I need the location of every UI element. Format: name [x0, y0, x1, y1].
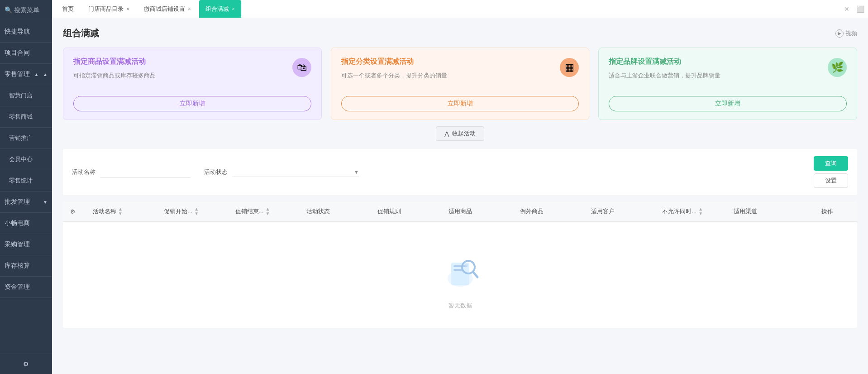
empty-text: 暂无数据 — [63, 302, 857, 310]
th-label-promo-rules: 促销规则 — [377, 207, 401, 216]
activity-name-label: 活动名称 — [72, 168, 95, 176]
th-promo-rules: 促销规则 — [377, 207, 448, 216]
collapse-button[interactable]: ⋀ 收起活动 — [436, 126, 484, 141]
th-label-applicable-channel: 适用渠道 — [734, 207, 757, 216]
sidebar-item-retail-mgmt[interactable]: 零售管理▲ — [0, 64, 52, 85]
th-promo-end[interactable]: 促销结束...▲▼ — [235, 207, 306, 216]
card-desc-specify-category: 可选一个或者多个分类，提升分类的销量 — [341, 71, 579, 89]
sidebar-item-purchase-mgmt[interactable]: 采购管理 — [0, 234, 52, 255]
activity-cards: 🛍指定商品设置满减活动可指定滞销商品或库存较多商品立即新增▦指定分类设置满减活动… — [63, 48, 857, 120]
card-desc-specify-brand: 适合与上游企业联合做营销，提升品牌销量 — [609, 71, 847, 89]
maximize-window-icon[interactable]: ⬜ — [857, 5, 864, 13]
query-button[interactable]: 查询 — [814, 156, 848, 171]
tab-close-combo-discount[interactable]: × — [232, 6, 235, 12]
th-applicable-customers: 适用客户 — [591, 207, 662, 216]
content-area: 组合满减 ▶ 视频 🛍指定商品设置满减活动可指定滞销商品或库存较多商品立即新增▦… — [52, 18, 868, 374]
th-applicable-goods: 适用商品 — [448, 207, 520, 216]
sidebar-item-member-center[interactable]: 会员中心 — [0, 149, 52, 170]
card-icon-specify-goods: 🛍 — [292, 58, 311, 77]
sidebar-settings[interactable]: ⚙ — [0, 354, 52, 374]
sidebar-item-retail-mall[interactable]: 零售商城 — [0, 106, 52, 128]
sidebar-item-quick-nav[interactable]: 快捷导航 — [0, 21, 52, 43]
sidebar-item-label-wholesale-mgmt: 批发管理 — [5, 198, 30, 206]
tab-home[interactable]: 首页 — [56, 0, 80, 18]
arrow-icon-wholesale-mgmt: ▼ — [43, 200, 48, 205]
th-label-exception-goods: 例外商品 — [520, 207, 544, 216]
tab-close-wechat-store[interactable]: × — [188, 6, 191, 12]
empty-state: 暂无数据 — [63, 222, 857, 328]
main-area: 首页门店商品目录×微商城店铺设置×组合满减× ✕ ⬜ 组合满减 ▶ 视频 🛍指定… — [52, 0, 868, 374]
sidebar-item-project-contract[interactable]: 项目合同 — [0, 43, 52, 64]
page-title: 组合满减 — [63, 27, 99, 39]
svg-point-6 — [465, 264, 468, 267]
sort-icon-promo-end: ▲▼ — [265, 207, 270, 216]
filter-activity-name: 活动名称 — [72, 167, 191, 177]
sidebar-search-label: 搜索菜单 — [14, 6, 39, 14]
tab-label-store-catalog: 门店商品目录 — [88, 6, 124, 12]
th-activity-name[interactable]: 活动名称▲▼ — [93, 207, 164, 216]
card-title-specify-brand: 指定品牌设置满减活动 — [609, 57, 847, 67]
table-header: ⚙活动名称▲▼促销开始...▲▼促销结束...▲▼活动状态促销规则适用商品例外商… — [63, 201, 857, 222]
th-applicable-channel: 适用渠道 — [734, 207, 805, 216]
settings-button[interactable]: 设置 — [814, 173, 848, 188]
card-btn-specify-category[interactable]: 立即新增 — [341, 96, 579, 111]
page-header: 组合满减 ▶ 视频 — [63, 27, 857, 39]
sidebar-item-smart-store[interactable]: 智慧门店 — [0, 85, 52, 106]
card-btn-specify-brand[interactable]: 立即新增 — [609, 96, 847, 111]
video-link[interactable]: ▶ 视频 — [835, 29, 857, 38]
search-filters: 活动名称 活动状态 ▼ 查询 设置 — [63, 149, 857, 195]
activity-status-select[interactable]: ▼ — [232, 168, 359, 177]
card-title-specify-goods: 指定商品设置满减活动 — [73, 57, 311, 67]
data-table: ⚙活动名称▲▼促销开始...▲▼促销结束...▲▼活动状态促销规则适用商品例外商… — [63, 201, 857, 328]
sidebar-item-marketing[interactable]: 营销推广 — [0, 128, 52, 149]
th-no-concurrent[interactable]: 不允许同时...▲▼ — [662, 207, 733, 216]
svg-rect-3 — [453, 269, 463, 271]
th-label-promo-end: 促销结束... — [235, 207, 264, 216]
th-label-promo-start: 促销开始... — [164, 207, 192, 216]
sidebar-item-label-retail-stats: 零售统计 — [9, 177, 33, 185]
sidebar-item-xiaochangec[interactable]: 小畅电商 — [0, 213, 52, 234]
th-promo-start[interactable]: 促销开始...▲▼ — [164, 207, 235, 216]
sort-icon-promo-start: ▲▼ — [194, 207, 199, 216]
sidebar-search[interactable]: 🔍 搜索菜单 — [0, 0, 52, 21]
sidebar: 🔍 搜索菜单 快捷导航项目合同零售管理▲智慧门店零售商城营销推广会员中心零售统计… — [0, 0, 52, 374]
settings-icon: ⚙ — [23, 360, 29, 368]
sidebar-item-finance-mgmt[interactable]: 资金管理 — [0, 277, 52, 298]
activity-name-input[interactable] — [100, 167, 191, 177]
collapse-bar: ⋀ 收起活动 — [63, 126, 857, 141]
tab-combo-discount[interactable]: 组合满减× — [199, 0, 241, 18]
card-icon-specify-brand: 🌿 — [828, 58, 847, 77]
card-btn-specify-goods[interactable]: 立即新增 — [73, 96, 311, 111]
sidebar-item-wholesale-mgmt[interactable]: 批发管理▼ — [0, 192, 52, 213]
sidebar-item-label-member-center: 会员中心 — [9, 155, 33, 163]
tab-label-wechat-store: 微商城店铺设置 — [144, 6, 185, 12]
sidebar-item-label-project-contract: 项目合同 — [5, 49, 30, 57]
sidebar-item-label-quick-nav: 快捷导航 — [5, 28, 30, 36]
sidebar-item-label-xiaochangec: 小畅电商 — [5, 219, 30, 227]
sidebar-item-inventory[interactable]: 库存核算 — [0, 255, 52, 277]
th-exception-goods: 例外商品 — [520, 207, 591, 216]
window-controls: ✕ ⬜ — [844, 5, 864, 13]
tab-close-store-catalog[interactable]: × — [126, 6, 129, 12]
close-window-icon[interactable]: ✕ — [844, 5, 849, 13]
th-label-applicable-customers: 适用客户 — [591, 207, 615, 216]
svg-line-5 — [473, 272, 477, 277]
th-operations: 操作 — [805, 207, 850, 216]
tab-wechat-store[interactable]: 微商城店铺设置× — [138, 0, 197, 18]
activity-card-specify-category: ▦指定分类设置满减活动可选一个或者多个分类，提升分类的销量立即新增 — [331, 48, 590, 120]
sort-icon-activity-name: ▲▼ — [118, 207, 123, 216]
activity-card-specify-brand: 🌿指定品牌设置满减活动适合与上游企业联合做营销，提升品牌销量立即新增 — [598, 48, 857, 120]
tab-label-home: 首页 — [62, 6, 74, 12]
sidebar-item-label-marketing: 营销推广 — [9, 134, 33, 142]
card-desc-specify-goods: 可指定滞销商品或库存较多商品 — [73, 71, 311, 89]
collapse-icon: ⋀ — [444, 130, 449, 137]
tab-label-combo-discount: 组合满减 — [205, 6, 229, 12]
th-label-operations: 操作 — [821, 207, 833, 216]
sidebar-item-retail-stats[interactable]: 零售统计 — [0, 170, 52, 192]
tab-store-catalog[interactable]: 门店商品目录× — [82, 0, 136, 18]
th-activity-status: 活动状态 — [306, 207, 377, 216]
activity-status-label: 活动状态 — [204, 168, 228, 176]
sidebar-item-label-retail-mgmt: 零售管理 — [5, 70, 30, 78]
play-icon: ▶ — [835, 29, 844, 38]
empty-icon — [438, 249, 483, 294]
